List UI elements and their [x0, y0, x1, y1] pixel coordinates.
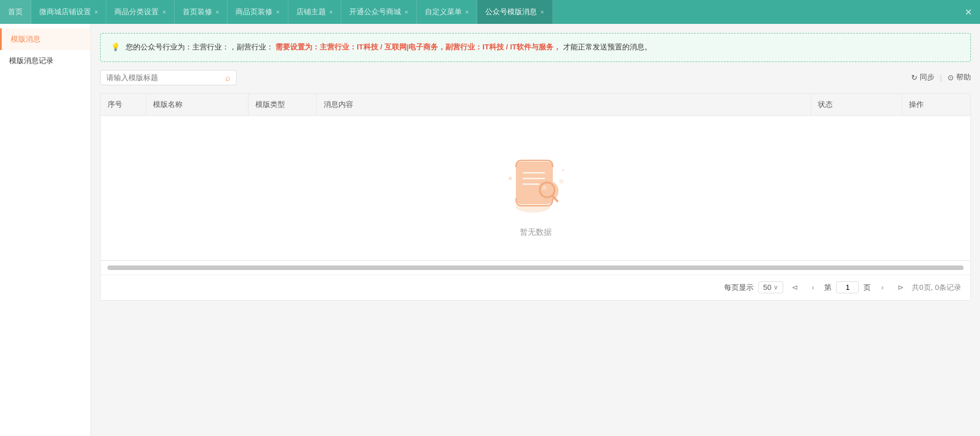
last-page-button[interactable]: ⊳: [894, 281, 907, 294]
nav-tab-8[interactable]: 公众号模版消息×: [477, 0, 552, 24]
nav-tab-4[interactable]: 商品页装修×: [228, 0, 288, 24]
scrollbar-track[interactable]: [107, 265, 964, 270]
col-name: 模版名称: [146, 94, 249, 115]
nav-tab-3[interactable]: 首页装修×: [175, 0, 228, 24]
nav-tab-close-8[interactable]: ×: [540, 9, 544, 15]
nav-tab-close-3[interactable]: ×: [216, 9, 219, 15]
top-nav: 首页微商城店铺设置×商品分类设置×首页装修×商品页装修×店铺主题×开通公众号商城…: [0, 0, 980, 24]
sidebar-item-0[interactable]: 模版消息: [0, 28, 90, 50]
page-size-value: 50: [763, 283, 771, 292]
nav-tab-close-1[interactable]: ×: [94, 9, 98, 15]
next-page-button[interactable]: ›: [875, 281, 889, 294]
search-input-wrap[interactable]: ⌕: [100, 70, 237, 85]
prev-page-button[interactable]: ‹: [806, 281, 820, 294]
notice-icon: 💡: [111, 43, 120, 51]
pagination: 每页显示 50 ∨ ⊲ ‹ 第 页 › ⊳ 共0页, 0条记录: [101, 275, 970, 300]
sync-label: 同步: [920, 72, 934, 82]
notice-box: 💡 您的公众号行业为：主营行业：，副营行业： 需要设置为：主营行业：IT科技 /…: [100, 33, 971, 62]
col-index: 序号: [101, 94, 146, 115]
svg-point-7: [542, 185, 547, 190]
chevron-down-icon: ∨: [774, 284, 778, 291]
search-bar: ⌕ ↻ 同步 | ⊙ 帮助: [100, 70, 971, 85]
notice-highlight: 需要设置为：主营行业：IT科技 / 互联网|电子商务，副营行业：IT科技 / I…: [275, 43, 561, 51]
nav-tab-label-0: 首页: [8, 7, 23, 17]
col-type: 模版类型: [249, 94, 317, 115]
col-content: 消息内容: [317, 94, 811, 115]
sync-button[interactable]: ↻ 同步: [911, 72, 934, 82]
sidebar-item-1[interactable]: 模版消息记录: [0, 50, 90, 72]
nav-tab-label-1: 微商城店铺设置: [39, 7, 91, 17]
nav-tab-0[interactable]: 首页: [0, 0, 31, 24]
page-unit-label: 页: [863, 283, 871, 293]
page-prefix-label: 第: [824, 283, 832, 293]
notice-text-after: 才能正常发送预置的消息。: [563, 43, 652, 51]
col-status: 状态: [811, 94, 902, 115]
help-icon: ⊙: [948, 73, 954, 82]
nav-tab-label-6: 开通公众号商城: [349, 7, 401, 17]
horizontal-scrollbar[interactable]: [101, 260, 970, 275]
nav-tab-label-4: 商品页装修: [235, 7, 272, 17]
nav-tab-close-4[interactable]: ×: [276, 9, 279, 15]
sidebar: 模版消息模版消息记录: [0, 24, 91, 436]
col-action: 操作: [902, 94, 970, 115]
nav-tab-6[interactable]: 开通公众号商城×: [341, 0, 416, 24]
nav-tab-label-8: 公众号模版消息: [485, 7, 537, 17]
table-wrap: 序号 模版名称 模版类型 消息内容 状态 操作: [100, 93, 971, 301]
page-size-select[interactable]: 50 ∨: [758, 281, 783, 293]
main-layout: 模版消息模版消息记录 💡 您的公众号行业为：主营行业：，副营行业： 需要设置为：…: [0, 24, 980, 436]
page-size-label: 每页显示: [724, 283, 754, 293]
nav-tab-5[interactable]: 店铺主题×: [288, 0, 341, 24]
close-all-button[interactable]: ✕: [957, 7, 980, 18]
nav-tab-label-3: 首页装修: [183, 7, 212, 17]
nav-tab-1[interactable]: 微商城店铺设置×: [31, 0, 106, 24]
nav-tab-7[interactable]: 自定义菜单×: [417, 0, 477, 24]
main-content: 💡 您的公众号行业为：主营行业：，副营行业： 需要设置为：主营行业：IT科技 /…: [91, 24, 980, 436]
sync-icon: ↻: [911, 73, 917, 82]
notice-text-before: 您的公众号行业为：主营行业：，副营行业：: [126, 43, 274, 51]
total-info: 共0页, 0条记录: [912, 283, 961, 293]
nav-tab-label-2: 商品分类设置: [114, 7, 159, 17]
search-input[interactable]: [106, 73, 222, 82]
page-number-input[interactable]: [836, 281, 859, 293]
nav-tab-close-6[interactable]: ×: [404, 9, 408, 15]
nav-tab-close-7[interactable]: ×: [465, 9, 469, 15]
help-button[interactable]: ⊙ 帮助: [948, 72, 971, 82]
nav-tab-close-5[interactable]: ×: [329, 9, 333, 15]
nav-tab-close-2[interactable]: ×: [162, 9, 166, 15]
svg-point-8: [508, 177, 512, 180]
nav-tab-label-7: 自定义菜单: [425, 7, 462, 17]
help-label: 帮助: [956, 72, 971, 82]
svg-point-9: [562, 169, 564, 171]
toolbar-right: ↻ 同步 | ⊙ 帮助: [911, 72, 971, 82]
svg-point-10: [559, 179, 564, 184]
table-header: 序号 模版名称 模版类型 消息内容 状态 操作: [101, 94, 970, 116]
divider: |: [940, 73, 942, 82]
empty-illustration: [502, 150, 570, 218]
scrollbar-thumb[interactable]: [107, 265, 964, 270]
empty-state: 暂无数据: [101, 116, 970, 260]
nav-tab-label-5: 店铺主题: [296, 7, 326, 17]
first-page-button[interactable]: ⊲: [788, 281, 801, 294]
empty-text: 暂无数据: [520, 227, 552, 238]
nav-tab-2[interactable]: 商品分类设置×: [106, 0, 174, 24]
search-icon[interactable]: ⌕: [225, 73, 230, 82]
